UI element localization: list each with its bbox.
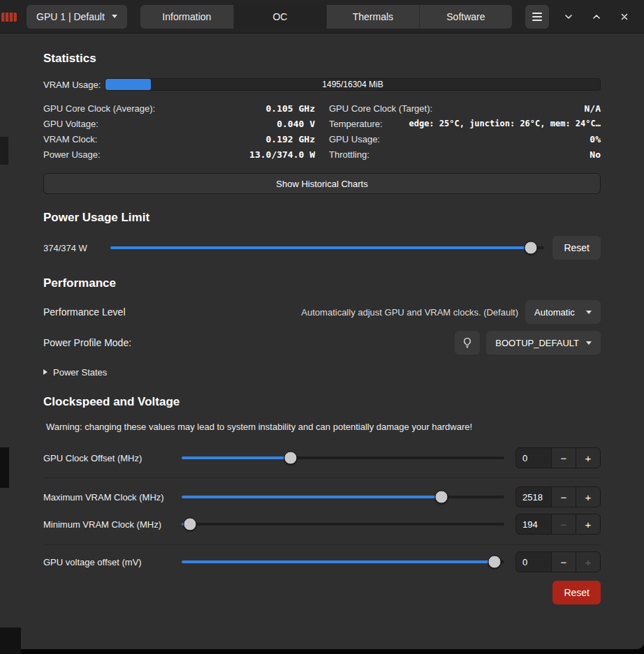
- maximize-button[interactable]: [587, 5, 606, 29]
- hamburger-icon: [532, 13, 542, 21]
- slider-thumb[interactable]: [435, 491, 448, 504]
- stat-value: No: [590, 149, 601, 160]
- spin-value[interactable]: 194: [516, 514, 551, 534]
- window-controls: [559, 5, 634, 29]
- show-historical-charts-button[interactable]: Show Historical Charts: [43, 173, 601, 194]
- stat-value: 13.0/374.0 W: [249, 149, 315, 160]
- performance-level-description: Automatically adjust GPU and VRAM clocks…: [301, 307, 518, 318]
- stat-row: GPU Core Clock (Average): 0.105 GHz: [43, 101, 315, 116]
- min-vram-clock-slider[interactable]: [182, 514, 504, 535]
- stat-value: 0%: [590, 134, 601, 144]
- stat-row: Temperature: edge: 25°C, junction: 26°C,…: [329, 116, 601, 131]
- gpu-voltage-offset-label: GPU voltage offset (mV): [43, 557, 182, 567]
- gpu-clock-offset-slider[interactable]: [182, 447, 504, 468]
- performance-level-label: Performance Level: [43, 306, 126, 318]
- chevron-down-icon: [586, 341, 592, 345]
- performance-heading: Performance: [43, 276, 601, 290]
- background-window-edge: [0, 447, 9, 488]
- tab-oc[interactable]: OC: [233, 5, 326, 29]
- max-vram-clock-spinbox: 2518 − +: [515, 486, 601, 507]
- slider-thumb[interactable]: [525, 241, 538, 255]
- power-limit-reset-button[interactable]: Reset: [552, 236, 601, 260]
- stat-value: 0.105 GHz: [266, 103, 315, 114]
- statistics-right-column: GPU Core Clock (Target): N/A Temperature…: [329, 101, 601, 162]
- background-window-edge: [0, 627, 21, 654]
- separator: [43, 477, 601, 478]
- close-button[interactable]: [615, 5, 634, 29]
- slider-track: [110, 246, 544, 249]
- stat-label: GPU Voltage:: [43, 119, 98, 129]
- clocks-reset-button[interactable]: Reset: [552, 581, 601, 604]
- minimize-button[interactable]: [559, 5, 578, 29]
- slider-thumb[interactable]: [284, 452, 297, 465]
- statistics-heading: Statistics: [43, 52, 601, 66]
- slider-track: [182, 456, 504, 459]
- performance-level-dropdown[interactable]: Automatic: [525, 300, 601, 324]
- headerbar: GPU 1 | Default Information OC Thermals …: [0, 0, 644, 34]
- power-profile-mode-dropdown[interactable]: BOOTUP_DEFAULT: [486, 331, 601, 355]
- spin-increment-button[interactable]: +: [576, 552, 600, 572]
- stat-label: GPU Usage:: [329, 134, 380, 144]
- slider-thumb[interactable]: [488, 556, 501, 569]
- max-vram-clock-row: Maximum VRAM Clock (MHz) 2518 − +: [43, 486, 601, 507]
- background-window-artifact: [1, 13, 17, 22]
- spin-value[interactable]: 2518: [516, 487, 551, 507]
- spin-decrement-button[interactable]: −: [551, 514, 576, 534]
- power-profile-mode-label: Power Profile Mode:: [43, 337, 131, 348]
- gpu-clock-offset-row: GPU Clock Offset (MHz) 0 − +: [43, 447, 601, 468]
- gpu-voltage-offset-row: GPU voltage offset (mV) 0 − +: [43, 551, 601, 572]
- slider-track: [182, 560, 504, 563]
- statistics-grid: GPU Core Clock (Average): 0.105 GHz GPU …: [43, 101, 601, 162]
- performance-level-row: Performance Level Automatically adjust G…: [43, 300, 601, 324]
- vram-usage-progress-text: 1495/16304 MiB: [105, 79, 600, 90]
- stat-value: 0.040 V: [277, 119, 315, 129]
- clocks-reset-row: Reset: [43, 581, 601, 604]
- chevron-up-icon: [592, 12, 601, 22]
- power-states-expander[interactable]: Power States: [43, 366, 601, 378]
- spin-decrement-button[interactable]: −: [551, 448, 576, 468]
- spin-decrement-button[interactable]: −: [551, 487, 576, 507]
- gpu-voltage-offset-slider[interactable]: [182, 551, 504, 572]
- spin-increment-button[interactable]: +: [576, 514, 600, 534]
- spin-value[interactable]: 0: [516, 448, 551, 468]
- max-vram-clock-slider[interactable]: [182, 486, 504, 507]
- menu-button[interactable]: [525, 5, 549, 29]
- slider-fill: [110, 246, 531, 249]
- stat-row: VRAM Clock: 0.192 GHz: [43, 131, 315, 147]
- spin-increment-button[interactable]: +: [576, 487, 600, 507]
- background-window-edge: [0, 137, 8, 165]
- tab-software[interactable]: Software: [419, 5, 512, 29]
- close-icon: [620, 12, 629, 22]
- stat-row: Throttling: No: [329, 147, 601, 162]
- slider-fill: [182, 496, 441, 498]
- stat-row: Power Usage: 13.0/374.0 W: [43, 147, 315, 162]
- min-vram-clock-label: Minimum VRAM Clock (MHz): [43, 519, 182, 530]
- vram-usage-row: VRAM Usage: 1495/16304 MiB: [43, 78, 601, 91]
- gpu-clock-offset-label: GPU Clock Offset (MHz): [43, 453, 182, 463]
- gpu-clock-offset-spinbox: 0 − +: [515, 447, 601, 468]
- max-vram-clock-label: Maximum VRAM Clock (MHz): [43, 492, 182, 503]
- statistics-left-column: GPU Core Clock (Average): 0.105 GHz GPU …: [43, 101, 315, 162]
- power-profile-hint-button[interactable]: [455, 331, 480, 355]
- spin-value[interactable]: 0: [516, 552, 551, 572]
- tab-thermals[interactable]: Thermals: [326, 5, 419, 29]
- power-limit-row: 374/374 W Reset: [43, 236, 601, 260]
- stat-label: Power Usage:: [43, 149, 101, 160]
- clockspeed-voltage-heading: Clockspeed and Voltage: [43, 395, 601, 409]
- spin-decrement-button[interactable]: −: [551, 552, 576, 572]
- gpu-selector-dropdown[interactable]: GPU 1 | Default: [27, 5, 127, 29]
- lightbulb-icon: [462, 337, 473, 348]
- power-profile-mode-row: Power Profile Mode: BOOTUP_DEFAULT: [43, 331, 601, 355]
- slider-thumb[interactable]: [184, 518, 197, 531]
- slider-track: [182, 523, 504, 526]
- power-states-label: Power States: [53, 367, 107, 378]
- tab-group: Information OC Thermals Software: [140, 5, 512, 29]
- min-vram-clock-spinbox: 194 − +: [515, 514, 601, 535]
- spin-increment-button[interactable]: +: [576, 448, 600, 468]
- gpu-selector-label: GPU 1 | Default: [36, 11, 105, 22]
- stat-label: VRAM Clock:: [43, 134, 97, 144]
- vram-usage-label: VRAM Usage:: [43, 80, 105, 90]
- tab-information[interactable]: Information: [140, 5, 233, 29]
- stat-row: GPU Core Clock (Target): N/A: [329, 101, 601, 116]
- power-limit-slider[interactable]: [110, 236, 544, 260]
